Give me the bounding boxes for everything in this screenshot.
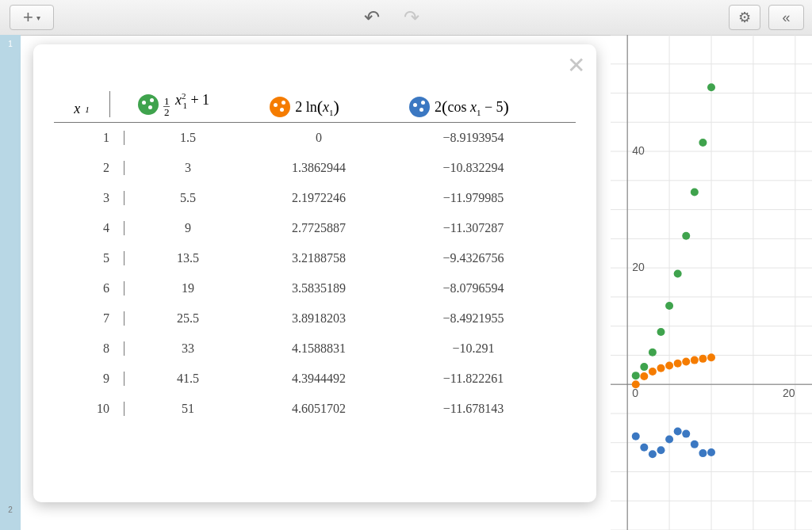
table-cell[interactable]: 51: [124, 402, 251, 416]
table-cell[interactable]: −8.0796594: [386, 281, 561, 296]
chart-point[interactable]: [707, 353, 715, 361]
y-tick-label: 40: [632, 144, 645, 157]
settings-button[interactable]: ⚙: [729, 5, 760, 30]
header-series-b[interactable]: 2 ln(x1): [237, 96, 372, 117]
expression-row-index[interactable]: 2: [0, 505, 21, 514]
header-x[interactable]: x1: [54, 101, 109, 117]
chart-point[interactable]: [632, 372, 640, 379]
table-cell[interactable]: 3: [124, 161, 251, 175]
table-cell[interactable]: 5: [54, 251, 124, 265]
y-tick-label: 20: [632, 261, 645, 273]
table-cell[interactable]: 6: [54, 281, 124, 296]
table-cell[interactable]: 4: [54, 221, 124, 235]
table-cell[interactable]: −8.4921955: [386, 311, 561, 326]
chart-point[interactable]: [665, 362, 673, 370]
table-cell[interactable]: 9: [124, 221, 251, 235]
expression-row-index[interactable]: 1: [0, 35, 21, 48]
header-series-a[interactable]: 12 x21 + 1: [109, 91, 237, 117]
chart-point[interactable]: [682, 430, 690, 438]
app-toolbar: + ▾ ↶ ↷ ⚙ «: [0, 0, 812, 36]
chart-point[interactable]: [699, 449, 707, 457]
table-body: 11.50−8.9193954231.3862944−10.83229435.5…: [54, 123, 576, 424]
table-cell[interactable]: 1: [54, 131, 124, 145]
table-row: 725.53.8918203−8.4921955: [54, 303, 576, 334]
table-cell[interactable]: −9.4326756: [386, 251, 561, 265]
chart-point[interactable]: [691, 440, 699, 448]
table-cell[interactable]: 25.5: [124, 311, 251, 326]
table-cell[interactable]: −10.832294: [386, 161, 561, 175]
chart-point[interactable]: [649, 368, 657, 376]
table-cell[interactable]: 33: [124, 341, 251, 356]
chart-point[interactable]: [649, 450, 657, 458]
table-cell[interactable]: −11.822261: [386, 372, 561, 386]
chart-point[interactable]: [632, 380, 640, 388]
table-cell[interactable]: 13.5: [124, 251, 251, 265]
table-cell[interactable]: 4.3944492: [251, 372, 386, 386]
table-cell[interactable]: 4.1588831: [251, 341, 386, 356]
chevron-double-left-icon: «: [782, 10, 790, 26]
graph-area[interactable]: 2040020: [611, 35, 812, 530]
chart-point[interactable]: [665, 302, 673, 310]
series-color-icon[interactable]: [138, 94, 159, 115]
expression-list-strip: 1: [0, 35, 21, 530]
collapse-panel-button[interactable]: «: [768, 5, 804, 30]
table-cell[interactable]: 2.7725887: [251, 221, 386, 235]
table-cell[interactable]: 2.1972246: [251, 191, 386, 205]
table-cell[interactable]: 7: [54, 311, 124, 326]
table-cell[interactable]: 4.6051702: [251, 402, 386, 416]
close-panel-button[interactable]: ✕: [567, 52, 585, 78]
header-series-c[interactable]: 2(cos x1 − 5): [372, 96, 546, 117]
table-header-row: x1 12 x21 + 1 2 ln(x1) 2(cos x1 − 5): [54, 73, 576, 117]
table-cell[interactable]: 3.2188758: [251, 251, 386, 265]
table-cell[interactable]: 9: [54, 372, 124, 386]
table-cell[interactable]: −10.291: [386, 341, 561, 356]
series-color-icon[interactable]: [270, 97, 290, 117]
chart-point[interactable]: [665, 436, 673, 444]
chart-point[interactable]: [682, 232, 690, 240]
table-row: 492.7725887−11.307287: [54, 213, 576, 243]
table-cell[interactable]: 3.5835189: [251, 281, 386, 296]
table-cell[interactable]: 41.5: [124, 372, 251, 386]
add-expression-button[interactable]: + ▾: [10, 5, 54, 30]
table-row: 231.3862944−10.832294: [54, 153, 576, 183]
chevron-down-icon: ▾: [36, 13, 40, 22]
chart-point[interactable]: [640, 363, 648, 371]
chart-point[interactable]: [674, 269, 682, 277]
table-cell[interactable]: 5.5: [124, 191, 251, 205]
table-cell[interactable]: −11.979985: [386, 191, 561, 205]
table-cell[interactable]: −11.678143: [386, 402, 561, 416]
table-cell[interactable]: −11.307287: [386, 221, 561, 235]
chart-point[interactable]: [640, 444, 648, 452]
chart-point[interactable]: [674, 428, 682, 436]
chart-point[interactable]: [691, 189, 699, 196]
chart-point[interactable]: [707, 83, 715, 91]
chart-point[interactable]: [657, 364, 665, 372]
table-cell[interactable]: 1.5: [124, 131, 251, 145]
chart-point[interactable]: [699, 139, 707, 147]
chart-point[interactable]: [657, 446, 665, 454]
table-cell[interactable]: 0: [251, 131, 386, 145]
table-cell[interactable]: 19: [124, 281, 251, 296]
undo-button[interactable]: ↶: [356, 5, 388, 30]
chart-point[interactable]: [674, 360, 682, 368]
chart-point[interactable]: [699, 355, 707, 363]
chart-point[interactable]: [707, 448, 715, 456]
table-cell[interactable]: 3.8918203: [251, 311, 386, 326]
chart-point[interactable]: [682, 358, 690, 366]
chart-point[interactable]: [640, 372, 648, 380]
table-cell[interactable]: 1.3862944: [251, 161, 386, 175]
chart-point[interactable]: [632, 433, 640, 440]
table-cell[interactable]: 2: [54, 161, 124, 175]
chart-point[interactable]: [649, 349, 657, 357]
table-cell[interactable]: −8.9193954: [386, 131, 561, 145]
plus-icon: +: [23, 7, 33, 28]
series-color-icon[interactable]: [409, 97, 430, 117]
chart-point[interactable]: [691, 357, 699, 364]
table-row: 35.52.1972246−11.979985: [54, 183, 576, 213]
table-cell[interactable]: 10: [54, 402, 124, 416]
table-row: 513.53.2188758−9.4326756: [54, 243, 576, 273]
table-cell[interactable]: 8: [54, 341, 124, 356]
chart-point[interactable]: [657, 328, 665, 336]
redo-button[interactable]: ↷: [396, 5, 427, 30]
table-cell[interactable]: 3: [54, 191, 124, 205]
